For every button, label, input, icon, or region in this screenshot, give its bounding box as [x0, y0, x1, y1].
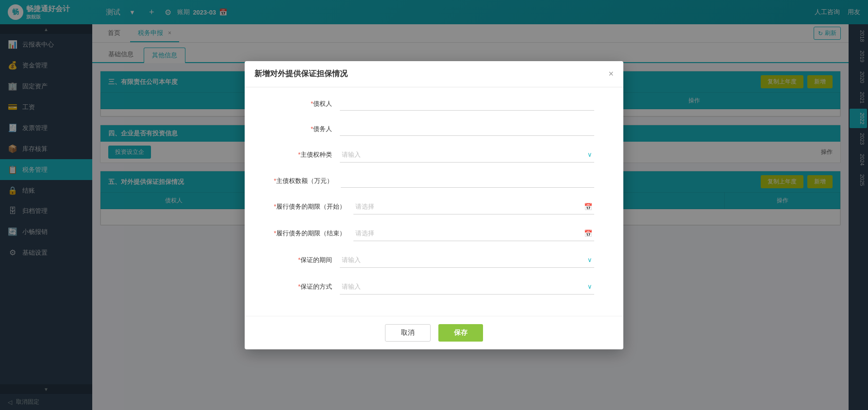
dialog: 新增对外提供保证担保情况 × *债权人 *债务人: [245, 61, 623, 349]
modal-overlay: 新增对外提供保证担保情况 × *债权人 *债务人: [0, 0, 868, 410]
form-row-end-date: *履行债务的期限（结束） 请选择 📅: [274, 226, 594, 241]
save-button[interactable]: 保存: [438, 324, 483, 342]
label-guarantee-method: *保证的方式: [274, 282, 332, 291]
form-row-debtor: *债务人: [274, 122, 594, 136]
form-row-creditor: *债权人: [274, 97, 594, 111]
form-row-debt-amount: *主债权数额（万元）: [274, 174, 594, 188]
cancel-button[interactable]: 取消: [385, 324, 431, 342]
label-guarantee-period: *保证的期间: [274, 256, 332, 264]
select-debt-type[interactable]: 请输入 ∨: [340, 148, 594, 163]
form-row-debt-type: *主债权种类 请输入 ∨: [274, 148, 594, 163]
dialog-close-btn[interactable]: ×: [608, 69, 614, 78]
start-date-placeholder: 请选择: [355, 202, 582, 211]
datepicker-start[interactable]: 请选择 📅: [353, 199, 594, 214]
form-row-start-date: *履行债务的期限（开始） 请选择 📅: [274, 199, 594, 214]
dialog-footer: 取消 保存: [245, 316, 623, 349]
dialog-body: *债权人 *债务人 *主债权种类 请输入: [245, 87, 623, 316]
guarantee-period-placeholder: 请输入: [342, 256, 585, 264]
datepicker-end[interactable]: 请选择 📅: [353, 226, 594, 241]
input-debtor[interactable]: [340, 122, 594, 136]
label-creditor: *债权人: [274, 99, 332, 108]
label-debt-type: *主债权种类: [274, 150, 332, 159]
dialog-scroll-area: *债权人 *债务人 *主债权种类 请输入: [245, 87, 623, 316]
form-row-guarantee-period: *保证的期间 请输入 ∨: [274, 253, 594, 268]
label-end-date: *履行债务的期限（结束）: [274, 229, 346, 238]
calendar-end-icon: 📅: [584, 230, 592, 237]
select-guarantee-method[interactable]: 请输入 ∨: [340, 279, 594, 295]
end-date-placeholder: 请选择: [355, 229, 582, 238]
chevron-down-method-icon: ∨: [587, 283, 592, 290]
chevron-down-period-icon: ∨: [587, 256, 592, 263]
select-guarantee-period[interactable]: 请输入 ∨: [340, 253, 594, 268]
form-row-guarantee-method: *保证的方式 请输入 ∨: [274, 279, 594, 295]
input-debt-amount[interactable]: [341, 174, 594, 188]
label-debtor: *债务人: [274, 125, 332, 133]
label-start-date: *履行债务的期限（开始）: [274, 202, 346, 211]
label-debt-amount: *主债权数额（万元）: [274, 177, 333, 185]
chevron-down-icon: ∨: [587, 151, 592, 158]
dialog-title: 新增对外提供保证担保情况: [254, 69, 348, 79]
guarantee-method-placeholder: 请输入: [342, 282, 585, 291]
debt-type-placeholder: 请输入: [342, 150, 585, 159]
calendar-start-icon: 📅: [584, 203, 592, 211]
input-creditor[interactable]: [340, 97, 594, 111]
dialog-header: 新增对外提供保证担保情况 ×: [245, 61, 623, 87]
